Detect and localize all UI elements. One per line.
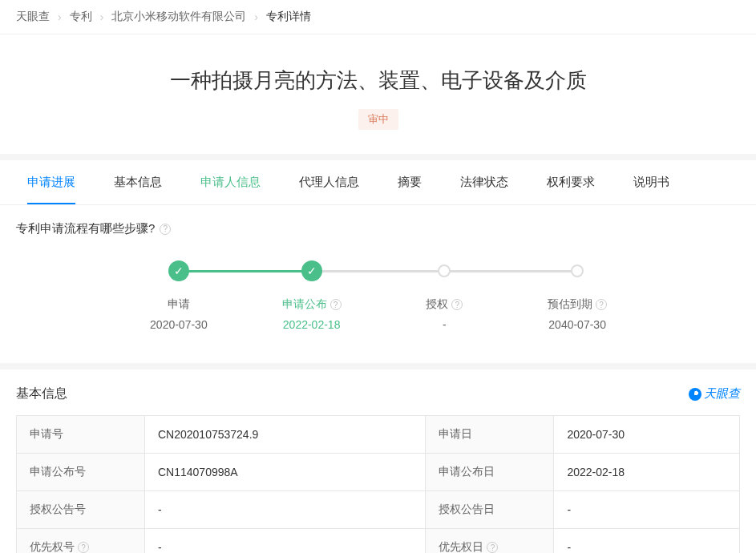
table-label: 申请日 xyxy=(426,416,554,454)
watermark: 天眼查 xyxy=(689,386,740,402)
question-text: 专利申请流程有哪些步骤? xyxy=(16,221,155,236)
timeline-line xyxy=(312,270,445,272)
help-icon[interactable]: ? xyxy=(451,299,463,310)
page-header: 一种拍摄月亮的方法、装置、电子设备及介质 审中 xyxy=(0,34,756,154)
tab-7[interactable]: 说明书 xyxy=(614,160,689,204)
table-row: 申请号CN202010753724.9申请日2020-07-30 xyxy=(17,416,740,454)
table-value: CN114070998A xyxy=(145,454,426,491)
tab-5[interactable]: 法律状态 xyxy=(441,160,528,204)
page-title: 一种拍摄月亮的方法、装置、电子设备及介质 xyxy=(16,67,740,95)
progress-question: 专利申请流程有哪些步骤? ? xyxy=(16,221,740,236)
table-row: 授权公告号-授权公告日- xyxy=(17,491,740,529)
table-value: - xyxy=(554,491,740,529)
info-table: 申请号CN202010753724.9申请日2020-07-30申请公布号CN1… xyxy=(16,415,740,553)
table-row: 优先权号?-优先权日?- xyxy=(17,529,740,554)
table-value: - xyxy=(145,491,426,529)
timeline-date: 2020-07-30 xyxy=(112,318,245,331)
breadcrumb: 天眼查 › 专利 › 北京小米移动软件有限公司 › 专利详情 xyxy=(0,0,756,34)
breadcrumb-link-2[interactable]: 北京小米移动软件有限公司 xyxy=(111,10,246,24)
tab-1[interactable]: 基本信息 xyxy=(95,160,181,204)
table-label: 授权公告日 xyxy=(426,491,554,529)
timeline-label: 授权? xyxy=(378,297,511,312)
timeline-date: 2040-07-30 xyxy=(511,318,644,331)
breadcrumb-current: 专利详情 xyxy=(266,10,311,24)
timeline-label: 预估到期? xyxy=(511,297,644,312)
help-icon[interactable]: ? xyxy=(160,224,171,235)
table-label: 优先权日? xyxy=(426,529,554,554)
tab-0[interactable]: 申请进展 xyxy=(8,160,95,204)
table-value: - xyxy=(145,529,426,554)
help-icon[interactable]: ? xyxy=(487,542,498,553)
table-value: CN202010753724.9 xyxy=(145,416,426,454)
progress-section: 专利申请流程有哪些步骤? ? ✓申请2020-07-30✓申请公布?2022-0… xyxy=(0,205,756,363)
table-label: 申请号 xyxy=(17,416,145,454)
basic-info-section: 基本信息 天眼查 申请号CN202010753724.9申请日2020-07-3… xyxy=(0,369,756,553)
breadcrumb-sep: › xyxy=(100,10,104,23)
watermark-icon xyxy=(689,388,701,401)
timeline-label: 申请公布? xyxy=(245,297,378,312)
timeline-date: - xyxy=(378,318,511,331)
table-label: 申请公布日 xyxy=(426,454,554,491)
tabs: 申请进展基本信息申请人信息代理人信息摘要法律状态权利要求说明书 xyxy=(0,160,756,205)
timeline-label: 申请 xyxy=(112,297,245,312)
timeline-line xyxy=(179,270,312,272)
timeline-item-0: ✓申请2020-07-30 xyxy=(112,260,245,331)
table-label: 授权公告号 xyxy=(17,491,145,529)
table-label: 优先权号? xyxy=(17,529,145,554)
tab-6[interactable]: 权利要求 xyxy=(528,160,614,204)
table-label: 申请公布号 xyxy=(17,454,145,491)
check-icon: ✓ xyxy=(301,260,322,281)
help-icon[interactable]: ? xyxy=(596,299,607,310)
help-icon[interactable]: ? xyxy=(78,542,89,553)
status-badge: 审中 xyxy=(358,109,398,130)
check-icon: ✓ xyxy=(168,260,189,281)
pending-node xyxy=(571,264,584,277)
info-title: 基本信息 xyxy=(16,385,67,402)
table-value: 2020-07-30 xyxy=(554,416,740,454)
breadcrumb-link-0[interactable]: 天眼查 xyxy=(16,10,50,24)
help-icon[interactable]: ? xyxy=(330,299,342,310)
breadcrumb-link-1[interactable]: 专利 xyxy=(70,10,92,24)
tab-2[interactable]: 申请人信息 xyxy=(181,160,280,204)
timeline-line xyxy=(444,270,577,272)
timeline-date: 2022-02-18 xyxy=(245,318,378,331)
table-value: 2022-02-18 xyxy=(554,454,740,491)
breadcrumb-sep: › xyxy=(254,10,258,23)
info-header: 基本信息 天眼查 xyxy=(16,385,740,402)
table-row: 申请公布号CN114070998A申请公布日2022-02-18 xyxy=(17,454,740,491)
timeline: ✓申请2020-07-30✓申请公布?2022-02-18授权?-预估到期?20… xyxy=(16,260,740,347)
tab-3[interactable]: 代理人信息 xyxy=(280,160,378,204)
pending-node xyxy=(438,264,451,277)
table-value: - xyxy=(554,529,740,554)
watermark-text: 天眼查 xyxy=(704,386,740,402)
breadcrumb-sep: › xyxy=(58,10,62,23)
tab-4[interactable]: 摘要 xyxy=(378,160,441,204)
